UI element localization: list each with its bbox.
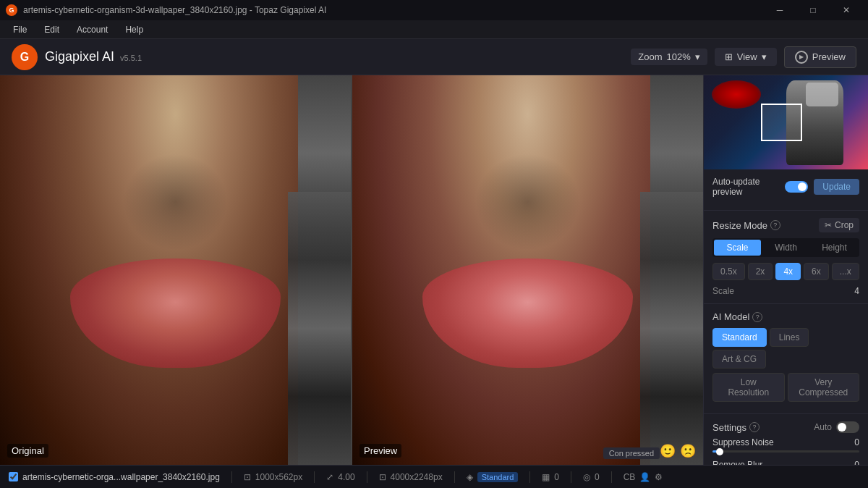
preview-button[interactable]: ▶ Preview xyxy=(784,46,856,68)
tab-scale[interactable]: Scale xyxy=(714,240,761,256)
suppress-noise-track[interactable] xyxy=(712,450,859,453)
toolbar-right: Zoom 102% ▾ ⊞ View ▾ ▶ Preview xyxy=(631,46,856,68)
tab-height[interactable]: Height xyxy=(811,240,858,256)
thumbnail-viewport xyxy=(761,104,802,141)
tab-width[interactable]: Width xyxy=(762,240,809,256)
zoom-control[interactable]: Zoom 102% ▾ xyxy=(631,49,707,65)
resize-mode-header: Resize Mode ? ✂ Crop xyxy=(712,218,859,232)
settings-auto-toggle[interactable] xyxy=(836,421,859,433)
preview-nose-area xyxy=(475,153,581,251)
auto-update-row: Auto-update preview Update xyxy=(712,177,859,197)
menu-file[interactable]: File xyxy=(6,23,34,36)
settings-header-row: Settings ? Auto xyxy=(712,421,859,433)
menubar: File Edit Account Help xyxy=(0,20,868,39)
model-art-cg[interactable]: Art & CG xyxy=(712,350,766,369)
resize-mode-section: Resize Mode ? ✂ Crop Scale Width Height … xyxy=(704,211,868,304)
zoom-value: 102% xyxy=(667,51,691,62)
noise-icon: ▦ xyxy=(542,472,550,482)
remove-blur-value: 0 xyxy=(854,460,859,465)
scale-2x[interactable]: 2x xyxy=(748,263,773,280)
image-area: Original Preview 🙂 🙁 Con pressed xyxy=(0,75,703,465)
nose-area xyxy=(123,153,229,251)
scale-custom[interactable]: ...x xyxy=(832,263,859,280)
status-scale-item: ⤢ 4.00 xyxy=(326,472,354,482)
status-output-size: 4000x2248px xyxy=(391,472,443,482)
scale-value: 4 xyxy=(854,286,859,296)
sidebar: Auto-update preview Update Resize Mode ?… xyxy=(703,75,868,465)
window-title: artemis-cybernetic-organism-3d-wallpaper… xyxy=(23,5,326,15)
left-panel-original: Original xyxy=(0,75,351,465)
menu-help[interactable]: Help xyxy=(118,23,150,36)
menu-account[interactable]: Account xyxy=(69,23,115,36)
status-checkbox[interactable] xyxy=(9,472,18,481)
remove-blur-header: Remove Blur 0 xyxy=(712,460,859,465)
divider-6 xyxy=(571,471,571,483)
main-content: Original Preview 🙂 🙁 Con pressed xyxy=(0,75,868,465)
status-scale: 4.00 xyxy=(338,472,354,482)
model-standard[interactable]: Standard xyxy=(712,328,767,347)
update-button[interactable]: Update xyxy=(814,179,859,195)
status-output-size-item: ⊡ 4000x2248px xyxy=(379,472,443,482)
preview-icon: ▶ xyxy=(795,51,808,64)
auto-update-toggle[interactable] xyxy=(785,181,808,193)
sad-icon[interactable]: 🙁 xyxy=(680,443,696,459)
thumbnail-area xyxy=(704,75,868,169)
remove-blur-slider: Remove Blur 0 xyxy=(712,460,859,465)
minimize-button[interactable]: ─ xyxy=(764,0,796,20)
status-noise-item: ▦ 0 xyxy=(542,472,559,482)
scale-4x[interactable]: 4x xyxy=(775,263,801,280)
resize-mode-help[interactable]: ? xyxy=(770,220,780,230)
app-title: Gigapixel AI xyxy=(45,49,114,64)
status-cb-item: CB 👤 ⚙ xyxy=(624,472,663,482)
status-model-badge: Standard xyxy=(477,472,519,482)
status-noise: 0 xyxy=(554,472,559,482)
zoom-chevron-icon: ▾ xyxy=(695,51,700,62)
grid-icon: ⊞ xyxy=(725,51,733,62)
app-version: v5.5.1 xyxy=(120,54,142,62)
window-controls[interactable]: ─ □ ✕ xyxy=(764,0,862,20)
crop-button[interactable]: ✂ Crop xyxy=(819,218,859,232)
output-size-icon: ⊡ xyxy=(379,472,386,482)
status-original-size: 1000x562px xyxy=(255,472,302,482)
model-very-compressed[interactable]: Very Compressed xyxy=(788,373,860,402)
view-button[interactable]: ⊞ View ▾ xyxy=(715,48,777,66)
model-lines[interactable]: Lines xyxy=(770,328,809,347)
view-chevron-icon: ▾ xyxy=(762,51,767,62)
panel-icons: 🙂 🙁 xyxy=(660,443,696,459)
preview-label: Preview xyxy=(359,444,401,458)
suppress-noise-label: Suppress Noise xyxy=(712,437,774,447)
menu-edit[interactable]: Edit xyxy=(37,23,67,36)
close-button[interactable]: ✕ xyxy=(830,0,862,20)
suppress-noise-thumb[interactable] xyxy=(716,448,723,455)
mechanical-right xyxy=(288,192,351,465)
status-cb: CB xyxy=(624,472,636,482)
model-low-res[interactable]: Low Resolution xyxy=(712,373,785,402)
maximize-button[interactable]: □ xyxy=(797,0,829,20)
divider-2 xyxy=(314,471,315,483)
status-blur-item: ◎ 0 xyxy=(583,472,600,482)
model-icon: ◈ xyxy=(467,472,473,482)
right-panel-preview: Preview 🙂 🙁 Con pressed xyxy=(352,75,703,465)
status-user-icon: 👤 xyxy=(639,472,650,482)
panel-divider[interactable] xyxy=(351,75,352,465)
con-pressed-badge: Con pressed xyxy=(603,447,660,459)
status-settings-icon[interactable]: ⚙ xyxy=(655,472,663,482)
original-label: Original xyxy=(7,444,48,458)
divider-3 xyxy=(367,471,367,483)
scale-05x[interactable]: 0.5x xyxy=(712,263,745,280)
ai-model-help[interactable]: ? xyxy=(752,312,762,322)
settings-title: Settings ? xyxy=(712,422,760,433)
scale-6x[interactable]: 6x xyxy=(804,263,829,280)
scale-options-group: 0.5x 2x 4x 6x ...x xyxy=(712,263,859,280)
app-name-group: Gigapixel AI v5.5.1 xyxy=(45,49,142,64)
smiley-icon[interactable]: 🙂 xyxy=(660,443,676,459)
view-label: View xyxy=(737,51,757,62)
resize-mode-title: Resize Mode ? xyxy=(712,220,780,231)
status-checkbox-item: artemis-cybernetic-orga...wallpaper_3840… xyxy=(9,472,220,482)
titlebar: G artemis-cybernetic-organism-3d-wallpap… xyxy=(0,0,868,20)
preview-mechanical-right xyxy=(640,192,703,465)
app-icon: G xyxy=(6,4,17,16)
lips-area xyxy=(70,258,281,368)
suppress-noise-slider: Suppress Noise 0 xyxy=(712,437,859,453)
settings-help[interactable]: ? xyxy=(749,422,760,432)
